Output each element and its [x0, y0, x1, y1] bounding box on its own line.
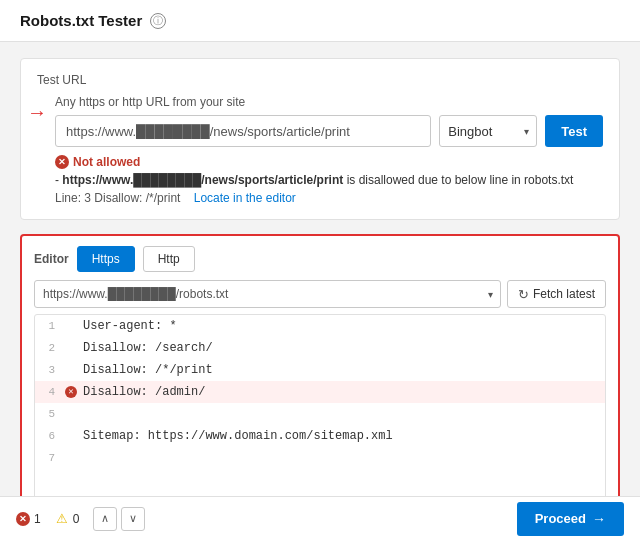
line-num-3: 3	[35, 359, 63, 381]
url-input[interactable]	[55, 115, 431, 147]
line-num-1: 1	[35, 315, 63, 337]
error-circle-icon: ✕	[55, 155, 69, 169]
line-content-6: Sitemap: https://www.domain.com/sitemap.…	[79, 425, 393, 447]
refresh-icon: ↻	[518, 287, 529, 302]
section-label: Test URL	[37, 73, 603, 87]
line-marker-4: ✕	[63, 386, 79, 398]
proceed-arrow-icon: →	[592, 511, 606, 527]
nav-arrows: ∧ ∨	[93, 507, 145, 531]
page-header: Robots.txt Tester ⓘ	[0, 0, 640, 42]
code-line-3: 3 Disallow: /*/print	[35, 359, 605, 381]
bot-select[interactable]: Bingbot Googlebot Slurp	[439, 115, 537, 147]
nav-down-button[interactable]: ∨	[121, 507, 145, 531]
code-line-2: 2 Disallow: /search/	[35, 337, 605, 359]
warn-count: 0	[73, 512, 80, 526]
line-error-icon: ✕	[65, 386, 77, 398]
error-count: 1	[34, 512, 41, 526]
result-url: https://www.████████/news/sports/article…	[62, 173, 343, 187]
code-line-7: 7	[35, 447, 605, 469]
locate-in-editor-link[interactable]: Locate in the editor	[194, 191, 296, 205]
tab-https[interactable]: Https	[77, 246, 135, 272]
url-hint: Any https or http URL from your site	[55, 95, 603, 109]
code-line-5: 5	[35, 403, 605, 425]
proceed-button[interactable]: Proceed →	[517, 502, 624, 536]
line-content-3: Disallow: /*/print	[79, 359, 213, 381]
proceed-label: Proceed	[535, 511, 586, 526]
code-line-1: 1 User-agent: *	[35, 315, 605, 337]
line-content-2: Disallow: /search/	[79, 337, 213, 359]
line-content-1: User-agent: *	[79, 315, 177, 337]
status-warn-icon: ⚠	[55, 512, 69, 526]
line-num-7: 7	[35, 447, 63, 469]
code-line-4: 4 ✕ Disallow: /admin/	[35, 381, 605, 403]
file-select[interactable]: https://www.████████/robots.txt	[34, 280, 501, 308]
editor-label: Editor	[34, 252, 69, 266]
file-select-wrapper: https://www.████████/robots.txt ▾	[34, 280, 501, 308]
line-content-4: Disallow: /admin/	[79, 381, 205, 403]
fetch-latest-button[interactable]: ↻ Fetch latest	[507, 280, 606, 308]
status-icons: ✕ 1 ⚠ 0 ∧ ∨	[16, 507, 145, 531]
code-line-8	[35, 469, 605, 491]
editor-card: Editor Https Http https://www.████████/r…	[20, 234, 620, 540]
code-line-6: 6 Sitemap: https://www.domain.com/sitema…	[35, 425, 605, 447]
line-num-2: 2	[35, 337, 63, 359]
not-allowed-label: Not allowed	[73, 155, 140, 169]
nav-up-button[interactable]: ∧	[93, 507, 117, 531]
test-url-card: Test URL → Any https or http URL from yo…	[20, 58, 620, 220]
result-detail: - https://www.████████/news/sports/artic…	[55, 173, 573, 187]
url-input-row: Bingbot Googlebot Slurp ▾ Test	[55, 115, 603, 147]
line-num-5: 5	[35, 403, 63, 425]
disallow-text: Line: 3 Disallow: /*/print	[55, 191, 180, 205]
result-message: is disallowed due to below line in robot…	[347, 173, 574, 187]
line-num-6: 6	[35, 425, 63, 447]
url-arrow-indicator: →	[27, 101, 47, 124]
disallow-line: Line: 3 Disallow: /*/print Locate in the…	[55, 191, 603, 205]
url-test-wrapper: → Any https or http URL from your site B…	[37, 95, 603, 205]
status-error-icon: ✕	[16, 512, 30, 526]
file-row: https://www.████████/robots.txt ▾ ↻ Fetc…	[34, 280, 606, 308]
warn-status: ⚠ 0	[55, 512, 80, 526]
result-row: ✕ Not allowed - https://www.████████/new…	[55, 155, 603, 187]
bottom-bar: ✕ 1 ⚠ 0 ∧ ∨ Proceed →	[0, 496, 640, 540]
line-num-4: 4	[35, 381, 63, 403]
tab-http[interactable]: Http	[143, 246, 195, 272]
page-title: Robots.txt Tester	[20, 12, 142, 29]
editor-header: Editor Https Http	[34, 246, 606, 272]
test-button[interactable]: Test	[545, 115, 603, 147]
bot-select-wrapper: Bingbot Googlebot Slurp ▾	[439, 115, 537, 147]
fetch-label: Fetch latest	[533, 287, 595, 301]
main-content: Test URL → Any https or http URL from yo…	[0, 42, 640, 540]
not-allowed-badge: ✕ Not allowed	[55, 155, 140, 169]
info-icon[interactable]: ⓘ	[150, 13, 166, 29]
page-wrapper: Robots.txt Tester ⓘ Test URL → Any https…	[0, 0, 640, 540]
error-status: ✕ 1	[16, 512, 41, 526]
